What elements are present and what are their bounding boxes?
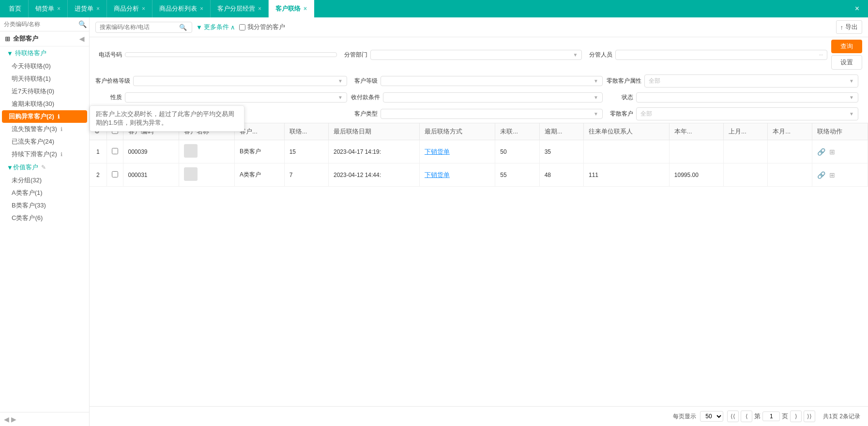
price-level-select[interactable]: ▼ [133, 76, 347, 86]
nav-product-analysis[interactable]: 商品分析 × [107, 0, 152, 17]
person-dots-icon: ··· [819, 52, 823, 58]
col-last-contact-date[interactable]: 最后联络日期 [328, 123, 419, 140]
lost-potential-label: 流失预警客户(3) [12, 125, 57, 132]
customer-level-filter: 客户等级 ▼ [351, 76, 603, 86]
nav-product-analysis-list[interactable]: 商品分析列表 × [152, 0, 211, 17]
sidebar-all-customers-header[interactable]: ⊞ 全部客户 ◀ [0, 31, 89, 46]
nav-customer-contact-close[interactable]: × [304, 5, 307, 12]
status-select[interactable]: ▼ [636, 92, 858, 103]
customer-level-select[interactable]: ▼ [381, 76, 603, 86]
gender-select[interactable]: ▼ [125, 92, 347, 103]
nav-sales-order-close[interactable]: × [57, 5, 61, 12]
row-2-last-contact-date: 2023-04-12 14:44: [328, 163, 419, 187]
col-this-year[interactable]: 本年... [669, 123, 723, 140]
customer-type-chevron-icon: ▼ [594, 111, 598, 117]
next-page-btn[interactable]: ⟩ [790, 411, 802, 422]
col-last-contact-method[interactable]: 最后联络方式 [420, 123, 495, 140]
pending-group-arrow: ▼ [7, 50, 13, 57]
sidebar-item-overdue-uncontacted[interactable]: 逾期未联络(30) [0, 98, 89, 110]
last-page-btn[interactable]: ⟩⟩ [804, 411, 815, 422]
main-search-input[interactable] [100, 24, 177, 30]
collapse-arrow-icon[interactable]: ◀ [79, 35, 84, 43]
row-1-this-year [669, 140, 723, 163]
nav-customer-segmentation-close[interactable]: × [258, 5, 261, 12]
row-1-no-contact: 50 [495, 140, 539, 163]
payment-select[interactable]: ▼ [383, 92, 603, 103]
sidebar-item-ungrouped[interactable]: 未分组(32) [0, 174, 89, 187]
sidebar-search-bar: 🔍 [0, 17, 89, 31]
query-button[interactable]: 查询 [831, 40, 862, 53]
status-chevron-icon: ▼ [849, 95, 854, 100]
row-1-grid-icon[interactable]: ⊞ [829, 148, 835, 156]
dept-select[interactable]: ▼ [370, 50, 582, 60]
my-customers-checkbox[interactable] [239, 24, 245, 30]
row-2-select-checkbox[interactable] [112, 171, 118, 177]
sidebar-right-nav-icon[interactable]: ▶ [11, 415, 16, 423]
status-filter: 状态 ▼ [607, 92, 858, 103]
row-1-contact-method-link[interactable]: 下销货单 [425, 148, 450, 155]
nav-sales-order[interactable]: 销货单 × [29, 0, 68, 17]
col-overdue[interactable]: 逾期... [539, 123, 583, 140]
value-group-arrow: ▼ [7, 164, 13, 171]
phone-filter: 电话号码 [95, 51, 337, 59]
window-close-button[interactable]: × [850, 4, 864, 13]
already-lost-label: 已流失客户(24) [12, 138, 54, 145]
retail-customers-select[interactable]: 全部 ▼ [636, 107, 858, 120]
nav-purchase-order-close[interactable]: × [96, 5, 100, 12]
row-1-select-checkbox[interactable] [112, 148, 118, 154]
sidebar-item-b-class[interactable]: B类客户(33) [0, 199, 89, 212]
per-page-select[interactable]: 50 [700, 411, 723, 422]
nav-home[interactable]: 首页 [4, 0, 29, 17]
sidebar-item-repurchase-abnormal[interactable]: 回购异常客户(2) ℹ [2, 110, 87, 123]
filter-icon: ▼ [196, 24, 202, 31]
sidebar-item-already-lost[interactable]: 已流失客户(24) [0, 135, 89, 148]
nav-customer-segmentation[interactable]: 客户分层经营 × [211, 0, 269, 17]
export-button[interactable]: ↑ 导出 [836, 20, 863, 34]
row-2-contact-method-link[interactable]: 下销货单 [425, 171, 450, 178]
sidebar-pending-group[interactable]: ▼ 待联络客户 [0, 46, 89, 60]
nav-customer-contact[interactable]: 客户联络 × [269, 0, 314, 17]
row-1-link-icon[interactable]: 🔗 [817, 148, 825, 156]
my-customers-filter: 我分管的客户 [239, 23, 285, 31]
retail-attr-text: 全部 [649, 77, 849, 85]
nav-product-analysis-close[interactable]: × [142, 5, 145, 12]
main-search-icon[interactable]: 🔍 [179, 24, 187, 31]
customer-level-chevron-icon: ▼ [594, 78, 598, 84]
sidebar-value-group[interactable]: ▼ 价值客户 ✎ [0, 161, 89, 174]
sidebar-item-a-class[interactable]: A类客户(1) [0, 187, 89, 199]
sidebar-search-icon[interactable]: 🔍 [78, 20, 87, 28]
page-number-input[interactable] [762, 411, 780, 421]
sidebar-item-keep-decline[interactable]: 持续下滑客户(2) ℹ [0, 148, 89, 161]
col-last-month[interactable]: 上月... [723, 123, 767, 140]
sidebar-item-c-class[interactable]: C类客户(6) [0, 212, 89, 224]
value-group-edit-icon[interactable]: ✎ [41, 164, 46, 171]
row-2-link-icon[interactable]: 🔗 [817, 171, 825, 179]
filter-row-1: 电话号码 分管部门 ▼ 分管人员 ··· [90, 37, 868, 72]
customer-type-label: 客户类型 [351, 110, 378, 118]
nav-product-analysis-list-close[interactable]: × [200, 5, 203, 12]
nav-purchase-order[interactable]: 进货单 × [68, 0, 107, 17]
set-button[interactable]: 设置 [831, 55, 862, 70]
phone-select[interactable] [125, 52, 337, 57]
prev-page-btn[interactable]: ⟨ [741, 411, 752, 422]
col-this-month[interactable]: 本月... [768, 123, 812, 140]
sidebar-item-today-pending[interactable]: 今天待联络(0) [0, 60, 89, 73]
page-end-label: 页 [782, 412, 788, 421]
col-no-contact[interactable]: 未联... [495, 123, 539, 140]
col-contact-count[interactable]: 联络... [284, 123, 328, 140]
sidebar-item-7day-pending[interactable]: 近7天待联络(0) [0, 85, 89, 98]
retail-attr-select[interactable]: 全部 ▼ [644, 74, 858, 88]
col-unit-contact[interactable]: 往来单位联系人 [583, 123, 669, 140]
sidebar-left-nav-icon[interactable]: ◀ [4, 415, 9, 423]
sidebar-item-lost-potential[interactable]: 流失预警客户(3) ℹ [0, 123, 89, 135]
status-label: 状态 [607, 93, 633, 102]
customer-type-select[interactable]: ▼ [381, 109, 603, 119]
person-select[interactable]: ··· [615, 50, 827, 60]
more-conditions-btn[interactable]: ▼ 更多条件 ∧ [196, 23, 235, 31]
table-row: 1 000039 B类客户 15 2023-04-17 14:19: 下销货单 [90, 140, 868, 163]
first-page-btn[interactable]: ⟨⟨ [727, 411, 739, 422]
sidebar-search-input[interactable] [4, 21, 76, 28]
retail-customers-chevron-icon: ▼ [849, 111, 854, 117]
row-2-grid-icon[interactable]: ⊞ [829, 171, 835, 179]
sidebar-item-tomorrow-pending[interactable]: 明天待联络(1) [0, 73, 89, 85]
